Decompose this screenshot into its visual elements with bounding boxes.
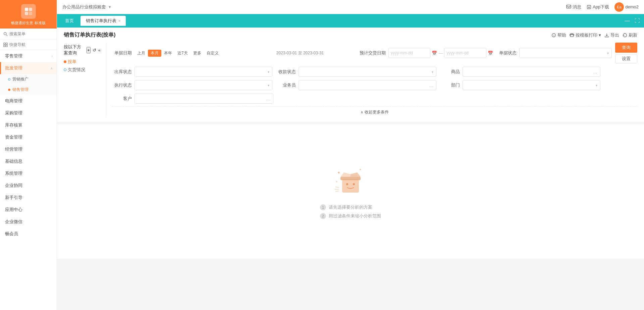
filter-row-3: 执行状态 ▾ 业务员 …: [112, 80, 637, 90]
sidebar-item-finance[interactable]: 资金管理: [0, 131, 57, 143]
goods-field: 商品 …: [440, 67, 600, 77]
help-btn[interactable]: ? 帮助: [551, 32, 566, 38]
print-dropdown-icon[interactable]: ▾: [599, 33, 601, 38]
forecast-date-end[interactable]: yyyy-mm-dd: [444, 48, 486, 58]
calendar-icon: 📅: [432, 51, 437, 56]
forecast-date-range: yyyy-mm-dd 📅 — yyyy-mm-dd 📅: [388, 48, 493, 58]
chevron-down-icon: ∧: [50, 66, 53, 70]
sidebar-item-newbie[interactable]: 新手引导: [0, 192, 57, 204]
receipt-status-select[interactable]: ▾: [299, 67, 436, 77]
svg-text:?: ?: [553, 34, 555, 37]
sidebar-item-member[interactable]: 畅会员: [0, 228, 57, 240]
header-dropdown-icon[interactable]: ▾: [109, 4, 111, 9]
customer-input[interactable]: …: [135, 94, 273, 104]
messages-btn[interactable]: 消息: [566, 4, 581, 10]
svg-point-4: [4, 33, 6, 35]
tab-minimize-btn[interactable]: —: [623, 16, 631, 25]
empty-tip-2: 2 用过滤条件来缩小分析范围: [320, 213, 381, 219]
chevron-down-icon: ▾: [268, 70, 269, 74]
empty-state: ✦ ✦ ★ 1 请先选择要分析的方案 2 用过滤条件来缩小分析范围: [57, 124, 644, 259]
collapse-scheme-btn[interactable]: «: [98, 48, 101, 53]
tip-num-2: 2: [320, 213, 326, 219]
sidebar-item-wholesale[interactable]: 批发管理 ∧: [0, 62, 57, 74]
filter-row-1: 单据日期 上月 本月 本年 近7天 更多 自定义 2023: [112, 43, 637, 63]
filter-row-2: 出库状态 ▾ 收款状态 ▾: [112, 67, 637, 77]
sidebar-item-basic[interactable]: 基础信息: [0, 155, 57, 167]
sidebar-item-retail[interactable]: 零售管理 ›: [0, 50, 57, 62]
search-menu[interactable]: 搜索菜单: [0, 29, 57, 40]
print-btn[interactable]: 按模板打印 ▾: [570, 32, 601, 38]
svg-rect-16: [571, 33, 573, 35]
svg-rect-8: [4, 45, 5, 47]
date-btn-curr-year[interactable]: 本年: [161, 50, 175, 57]
customer-field: 客户 …: [112, 94, 273, 104]
forecast-date-start[interactable]: yyyy-mm-dd: [388, 48, 430, 58]
scheme-按单[interactable]: 按单: [64, 59, 101, 65]
sidebar-item-purchase[interactable]: 采购管理: [0, 107, 57, 119]
svg-text:✦: ✦: [337, 170, 340, 175]
chevron-right-icon: ›: [52, 54, 53, 58]
export-btn[interactable]: 导出: [604, 32, 619, 38]
svg-rect-3: [29, 12, 32, 15]
dept-field: 部门 ▾: [440, 80, 600, 90]
filter-rows-container: 单据日期 上月 本月 本年 近7天 更多 自定义 2023: [112, 43, 637, 104]
svg-rect-2: [25, 12, 28, 15]
filter-section-title: 按以下方案查询 + ↺ «: [64, 44, 101, 56]
svg-rect-7: [6, 43, 7, 45]
sidebar-item-app-center[interactable]: 应用中心: [0, 204, 57, 216]
bill-status-select[interactable]: ▾: [519, 48, 612, 58]
svg-rect-10: [567, 5, 571, 8]
chevron-down-icon: ▾: [268, 84, 269, 87]
sidebar-item-ecommerce[interactable]: 电商管理: [0, 95, 57, 107]
date-btn-curr-month[interactable]: 本月: [148, 50, 161, 57]
app-download-btn[interactable]: App下载: [587, 4, 609, 10]
empty-illustration: ✦ ✦ ★: [334, 164, 367, 198]
svg-line-26: [335, 191, 339, 192]
svg-point-20: [353, 183, 355, 185]
sidebar-item-corp[interactable]: 企业协同: [0, 179, 57, 192]
out-status-select[interactable]: ▾: [135, 67, 272, 77]
sidebar-item-inventory[interactable]: 库存核算: [0, 119, 57, 131]
sidebar-item-sales-mgmt[interactable]: 销售管理: [0, 85, 57, 95]
tab-close-icon[interactable]: ×: [118, 19, 120, 23]
active-dot-icon: [64, 60, 66, 63]
svg-text:★: ★: [335, 180, 338, 183]
sidebar-item-marketing[interactable]: 营销推广: [0, 74, 57, 85]
salesperson-input[interactable]: …: [299, 80, 436, 90]
tab-sales-exec[interactable]: 销售订单执行表 ×: [80, 16, 126, 26]
svg-rect-18: [340, 177, 361, 180]
out-status-field: 出库状态 ▾: [112, 67, 272, 77]
top-header: 办公用品行业模拟账套 ▾ 消息 App下载 Ea demo2: [57, 0, 644, 14]
date-btn-prev-month[interactable]: 上月: [135, 50, 148, 57]
svg-line-24: [335, 187, 339, 188]
tab-home[interactable]: 首页: [60, 16, 79, 26]
add-scheme-btn[interactable]: +: [87, 47, 91, 53]
tab-maximize-btn[interactable]: ⛶: [633, 16, 641, 25]
collapse-more-btn[interactable]: ∧ 收起更多条件: [112, 106, 637, 118]
quick-nav[interactable]: 快捷导航: [0, 40, 57, 50]
date-btn-custom[interactable]: 自定义: [204, 50, 221, 57]
sidebar-item-operations[interactable]: 经营管理: [0, 143, 57, 155]
user-name: demo2: [625, 4, 639, 9]
avatar: Ea: [614, 2, 624, 12]
dept-select[interactable]: ▾: [463, 80, 600, 90]
sidebar-item-corp-wechat[interactable]: 企业微信: [0, 216, 57, 228]
tab-actions: — ⛶: [623, 16, 641, 25]
goods-input[interactable]: …: [463, 67, 600, 77]
date-btn-7days[interactable]: 近7天: [175, 50, 191, 57]
scheme-欠货情况[interactable]: 欠货情况: [64, 67, 101, 73]
page-actions: ? 帮助 按模板打印 ▾ 导出 刷新: [551, 32, 637, 38]
date-btn-more[interactable]: 更多: [191, 50, 204, 57]
refresh-btn[interactable]: 刷新: [623, 32, 637, 38]
query-btn[interactable]: 查询: [615, 43, 637, 53]
filter-row-4: 客户 …: [112, 94, 637, 104]
sidebar-item-system[interactable]: 系统管理: [0, 167, 57, 179]
date-field: 单据日期 上月 本月 本年 近7天 更多 自定义: [112, 50, 272, 57]
user-area[interactable]: Ea demo2: [614, 2, 639, 12]
exec-status-select[interactable]: ▾: [135, 80, 272, 90]
settings-btn[interactable]: 设置: [615, 54, 637, 63]
search-menu-label: 搜索菜单: [9, 31, 25, 37]
wholesale-submenu: 营销推广 销售管理: [0, 74, 57, 95]
app-download-label: App下载: [593, 4, 609, 10]
refresh-scheme-btn[interactable]: ↺: [93, 48, 96, 53]
